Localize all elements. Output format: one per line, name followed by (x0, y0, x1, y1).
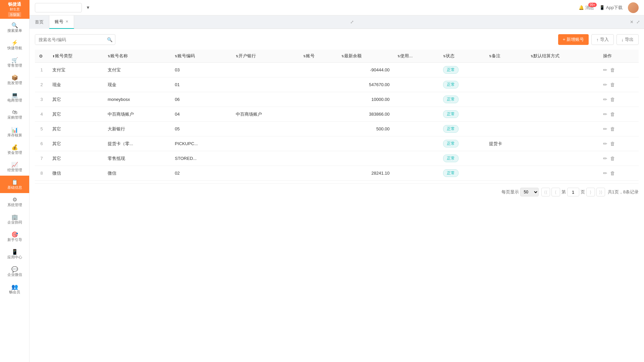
tab-bar: 首页 账号 ✕ ⤢ ✕ ⤢ (30, 15, 644, 29)
edit-icon-7[interactable]: ✏ (603, 170, 607, 176)
row-action-1: ✏ 🗑 (599, 77, 639, 92)
delete-icon-6[interactable]: 🗑 (610, 156, 615, 161)
sidebar-item-corpwechat[interactable]: 💬 企业微信 (0, 263, 29, 280)
message-btn[interactable]: 🔔 消息 99+ (579, 5, 594, 11)
tab-bar-close-icon[interactable]: ✕ (630, 19, 634, 24)
edit-icon-6[interactable]: ✏ (603, 156, 607, 162)
sidebar-item-company[interactable]: 🏢 企业协同 (0, 210, 29, 228)
sidebar-item-system[interactable]: ⚙ 系统管理 (0, 193, 29, 210)
app-download-btn[interactable]: 📱 App下载 (599, 5, 623, 11)
row-account-3 (299, 107, 337, 122)
sidebar-item-retail[interactable]: 🛒 零售管理 (0, 54, 29, 71)
page-number-input[interactable] (567, 188, 579, 196)
user-avatar[interactable] (628, 2, 639, 13)
col-setting[interactable]: ⚙ (35, 50, 48, 63)
export-button[interactable]: ↓ 导出 (616, 34, 639, 45)
row-settlement-0 (527, 63, 599, 77)
import-button[interactable]: ↑ 导入 (591, 34, 614, 45)
col-code-header[interactable]: ⇅账号编码 (171, 50, 232, 63)
row-code-3: 04 (171, 107, 232, 122)
basic-icon: 📋 (11, 179, 18, 185)
row-no-7: 8 (35, 166, 48, 181)
page-size-selector: 每页显示 50 10 20 100 (501, 188, 539, 196)
col-type-header[interactable]: ⬆账号类型 (48, 50, 104, 63)
tab-close-icon[interactable]: ✕ (65, 19, 68, 24)
col-balance-header[interactable]: ⇅最新余额 (337, 50, 394, 63)
row-name-4: 大新银行 (104, 122, 171, 136)
row-code-0: 03 (171, 63, 232, 77)
accounts-table: ⚙ ⬆账号类型 ⇅账号名称 ⇅账号编码 ⇅开户银行 ⇅账号 (35, 50, 639, 181)
delete-icon-7[interactable]: 🗑 (610, 170, 615, 176)
row-usage-7 (393, 166, 439, 181)
edit-icon-0[interactable]: ✏ (603, 67, 607, 73)
col-account-header[interactable]: ⇅账号 (299, 50, 337, 63)
ecom-label: 电商管理 (7, 98, 22, 103)
row-settlement-3 (527, 107, 599, 122)
sidebar-item-ecom[interactable]: 💻 电商管理 (0, 88, 29, 106)
sidebar-item-basic[interactable]: 📋 基础信息 (0, 176, 29, 193)
add-account-button[interactable]: + 新增账号 (558, 34, 589, 45)
tab-home[interactable]: 首页 (30, 15, 49, 29)
sidebar-item-member[interactable]: 👥 畅会员 (0, 280, 29, 298)
row-type-0: 支付宝 (48, 63, 104, 77)
col-usage-header[interactable]: ⇅使用... (393, 50, 439, 63)
row-balance-1: 547670.00 (337, 77, 394, 92)
tab-account[interactable]: 账号 ✕ (49, 15, 74, 29)
last-page-btn[interactable]: ⟩⟩ (596, 188, 605, 196)
edit-icon-5[interactable]: ✏ (603, 141, 607, 147)
col-settlement-header[interactable]: ⇅默认结算方式 (527, 50, 599, 63)
sidebar-item-inventory[interactable]: 📊 库存核算 (0, 123, 29, 141)
total-label: 共1页，8条记录 (608, 189, 639, 195)
toolbar: 🔍 + 新增账号 ↑ 导入 ↓ 导出 (35, 34, 639, 45)
delete-icon-3[interactable]: 🗑 (610, 111, 615, 117)
delete-icon-0[interactable]: 🗑 (610, 67, 615, 73)
pagination-bar: 每页显示 50 10 20 100 ⟨⟨ ⟨ 第 页 ⟩ ⟩⟩ 共1页，8条记录 (35, 183, 639, 196)
row-balance-0: -90444.00 (337, 63, 394, 77)
edit-icon-4[interactable]: ✏ (603, 126, 607, 132)
row-usage-4 (393, 122, 439, 136)
delete-icon-5[interactable]: 🗑 (610, 141, 615, 146)
sidebar-item-wholesale[interactable]: 📦 批发管理 (0, 71, 29, 88)
row-no-3: 4 (35, 107, 48, 122)
col-bank-header[interactable]: ⇅开户银行 (232, 50, 299, 63)
sidebar-item-operation[interactable]: 📈 经营管理 (0, 158, 29, 176)
sidebar-item-search[interactable]: 🔍 搜索菜单 (0, 19, 29, 36)
col-status-header[interactable]: ⇅状态 (439, 50, 485, 63)
sidebar-item-shortcut[interactable]: ⚡ 快捷导航 (0, 36, 29, 54)
delete-icon-4[interactable]: 🗑 (610, 126, 615, 132)
first-page-btn[interactable]: ⟨⟨ (541, 188, 550, 196)
delete-icon-2[interactable]: 🗑 (610, 97, 615, 102)
row-status-6: 正常 (439, 151, 485, 166)
sidebar-item-purchase[interactable]: 🛍 采购管理 (0, 106, 29, 123)
search-input[interactable] (35, 35, 104, 45)
corpwechat-icon: 💬 (11, 266, 18, 273)
search-icon: 🔍 (11, 22, 18, 28)
sidebar-item-finance[interactable]: 💰 资金管理 (0, 141, 29, 158)
top-search-input[interactable] (35, 3, 82, 12)
sidebar-item-newguide[interactable]: 🎯 新手引导 (0, 228, 29, 245)
col-name-header[interactable]: ⇅账号名称 (104, 50, 171, 63)
edit-icon-2[interactable]: ✏ (603, 97, 607, 103)
tab-bar-expand-icon[interactable]: ⤢ (636, 19, 640, 24)
delete-icon-1[interactable]: 🗑 (610, 82, 615, 87)
row-remark-3 (485, 107, 527, 122)
edit-icon-1[interactable]: ✏ (603, 82, 607, 88)
search-button[interactable]: 🔍 (104, 34, 115, 45)
row-balance-6 (337, 151, 394, 166)
prev-page-btn[interactable]: ⟨ (551, 188, 560, 196)
top-dropdown[interactable]: ▼ (86, 5, 90, 10)
main-container: ▼ 🔔 消息 99+ 📱 App下载 首页 账号 ✕ (30, 0, 644, 362)
edit-icon-3[interactable]: ✏ (603, 111, 607, 117)
next-page-btn[interactable]: ⟩ (586, 188, 595, 196)
page-size-select[interactable]: 50 10 20 100 (520, 188, 539, 196)
avatar-image (628, 2, 639, 13)
col-remark-header[interactable]: ⇅备注 (485, 50, 527, 63)
row-balance-2: 10000.00 (337, 92, 394, 107)
shortcut-label: 快捷导航 (7, 46, 22, 50)
sort-icon8: ⇅ (443, 55, 446, 58)
sort-icon10: ⇅ (531, 55, 533, 58)
row-account-2 (299, 92, 337, 107)
operation-label: 经营管理 (7, 168, 22, 172)
tab-expand-btn[interactable]: ⤢ (346, 19, 358, 24)
sidebar-item-appcenter[interactable]: 📱 应用中心 (0, 245, 29, 263)
